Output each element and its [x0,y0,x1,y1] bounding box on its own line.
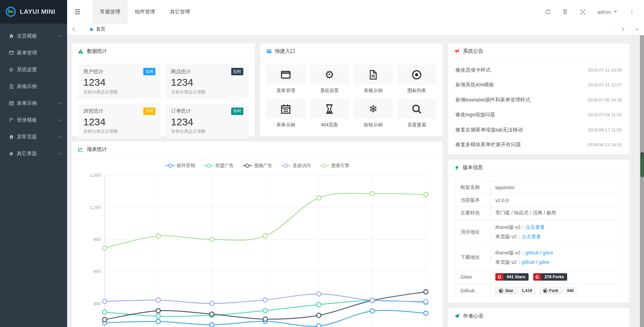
sidebar-item[interactable]: ⚙系统设置 [0,61,67,78]
quick-entry[interactable]: 菜单管理 [266,65,306,94]
quick-panel-title: 快捷入口 [275,48,295,54]
version-row-value: Star1,419Fork440 [491,284,622,297]
legend-item[interactable]: 视频广告 [242,163,272,169]
version-link[interactable]: gitee [539,259,549,265]
announcement-row[interactable]: 修复多模块菜单栏展开有问题2019-06-13 14:53 [455,137,622,153]
sidebar-item[interactable]: 异常页面 [0,128,67,145]
quick-entry[interactable]: ❄按钮示例 [353,99,393,128]
legend-label: 邮件营销 [177,163,195,169]
realtime-badge: 实时 [231,68,243,75]
quick-entry-tile[interactable] [310,99,349,119]
quick-entry[interactable]: 百度搜索 [397,99,437,128]
announcement-text: 新增treetable插件和菜单管理样式 [455,97,530,103]
stat-card-label: 订单统计 [171,108,191,114]
header-nav-tab[interactable]: 其它管理 [162,0,197,24]
quick-entry-tile[interactable]: ⚙ [310,65,349,85]
announcements-list: 修改选项卡样式2019-07-11 23:06新增系统404模板2019-07-… [448,59,629,154]
clear-cache-button[interactable] [556,0,574,24]
github-star-button[interactable]: Star [495,287,516,294]
author-title: 作者心语 [463,313,483,319]
quick-entry-tile[interactable] [266,65,306,85]
top-row: 数据统计 用户统计实时1234当前分类总记录数商品统计实时1234当前分类总记录… [72,43,443,136]
version-link[interactable]: 点击查看 [522,234,541,239]
quick-entry-label: 菜单管理 [266,88,306,94]
quick-entry-tile[interactable]: ❄ [353,99,393,119]
home-icon [7,33,16,39]
sidebar-item[interactable]: 表格示例 [0,78,67,95]
sidebar-item[interactable]: 主页模板 [0,28,67,44]
legend-item[interactable]: 邮件营销 [165,163,195,169]
more-options-button[interactable] [623,0,641,24]
version-link[interactable]: github [525,250,539,255]
page-scrollbar-track[interactable] [640,35,644,327]
layui-logo-icon [5,6,16,17]
header-nav-tab[interactable]: 常规管理 [93,0,128,24]
tab-scroll-right-button[interactable] [614,24,629,35]
quick-entry-tile[interactable] [397,99,437,119]
quick-entry[interactable]: 图标列表 [397,65,437,94]
version-row: GithubStar1,419Fork440 [456,284,622,297]
data-point-视频广告 [209,312,214,316]
tab-home[interactable]: 首页 [82,24,114,35]
sidebar-item-label: 表格示例 [17,83,61,90]
header-nav-tab[interactable]: 组件管理 [128,0,162,24]
legend-item[interactable]: 直接访问 [281,163,311,169]
quick-entry[interactable]: 表格示例 [353,65,393,94]
quick-entry-label: 404页面 [310,122,349,128]
legend-item[interactable]: 联盟广告 [204,163,234,169]
quick-entry-grid: 菜单管理⚙系统设置表格示例图标列表表单示例404页面❄按钮示例百度搜索 [260,59,443,133]
sidebar-item[interactable]: 菜单管理 [0,44,67,61]
quick-entry-label: 图标列表 [397,88,437,94]
quick-entry-tile[interactable] [397,65,437,85]
quick-entry-tile[interactable] [353,65,393,85]
app-logo[interactable]: LAYUI MINI [0,0,67,24]
announcement-row[interactable]: 新增treetable插件和菜单管理样式2019-07-05 14:28 [455,92,622,108]
version-row-value: layuimini [491,181,622,194]
stat-card[interactable]: 商品统计实时1234当前分类总记录数 [165,64,248,99]
gitee-badge[interactable]: G278 Forks [533,273,567,281]
version-link[interactable]: 点击查看 [525,224,545,230]
github-fork-button[interactable]: Fork [540,287,562,294]
quick-entry[interactable]: 404页面 [310,99,349,128]
data-point-搜索引擎 [424,193,428,197]
menu-fold-button[interactable] [67,0,88,24]
chevron-down-icon [635,27,639,30]
version-line: iframe版-v2：点击查看 [495,222,617,232]
chevron-down-icon [614,11,617,13]
version-link[interactable]: gitee [543,250,553,255]
quick-entry-tile[interactable] [266,99,306,119]
sidebar-item-label: 登录模板 [17,117,58,123]
stat-card[interactable]: 用户统计实时1234当前分类总记录数 [78,64,161,99]
announcement-row[interactable]: 新增系统404模板2019-07-11 12:57 [455,78,622,93]
report-line-chart[interactable]: 03006009001,2001,500周一周二周三周四周五周六周日 [74,171,439,327]
refresh-button[interactable] [539,0,556,24]
sidebar-item[interactable]: 登录模板 [0,112,67,128]
sidebar-item[interactable]: ✱其它界面 [0,145,67,162]
gitee-badge[interactable]: G941 Stars [495,273,529,281]
tab-operations-dropdown[interactable] [629,24,644,35]
github-count[interactable]: 1,419 [518,287,535,294]
github-count[interactable]: 440 [563,287,577,294]
sidebar-menu: 主页模板菜单管理⚙系统设置表格示例表单示例登录模板异常页面✱其它界面 [0,24,67,162]
app-title: LAYUI MINI [20,8,55,15]
announcement-row[interactable]: 修复左侧菜单缩放tab无法移动2019-06-17 11:55 [455,122,622,137]
sidebar-item[interactable]: 表单示例 [0,95,67,112]
announcements-panel: 系统公告 修改选项卡样式2019-07-11 23:06新增系统404模板201… [448,43,629,154]
legend-item[interactable]: 搜索引擎 [319,163,349,169]
version-link[interactable]: github [522,259,535,265]
quick-entry[interactable]: ⚙系统设置 [310,65,349,94]
user-dropdown[interactable]: admin [591,0,623,24]
stat-card[interactable]: 订单统计实时1234当前分类总记录数 [165,104,248,139]
stat-card-value: 1234 [171,76,243,89]
fullscreen-button[interactable] [574,0,591,24]
announcement-row[interactable]: 修改选项卡样式2019-07-11 23:06 [455,63,622,78]
page-scrollbar-thumb[interactable] [641,152,644,177]
stat-card-label: 商品统计 [171,69,191,75]
tab-scroll-left-button[interactable] [67,24,82,35]
data-point-直接访问 [263,298,267,302]
announcement-row[interactable]: 修改logo缩放问题2019-07-04 11:02 [455,108,622,123]
version-row-label: 框架名称 [456,181,491,194]
stat-card[interactable]: 浏览统计实时1234当前分类总记录数 [78,104,161,139]
quick-entry[interactable]: 表单示例 [266,99,306,128]
data-point-视频广告 [424,290,428,294]
